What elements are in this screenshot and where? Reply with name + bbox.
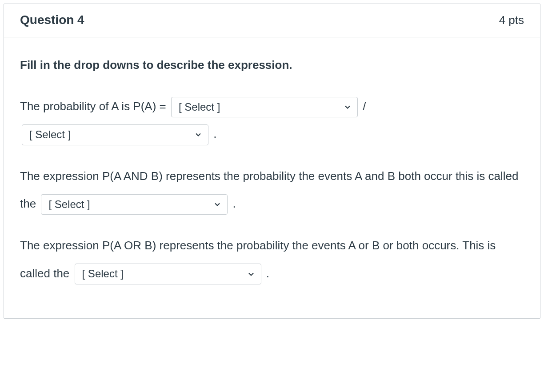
question-card: Question 4 4 pts Fill in the drop downs … xyxy=(4,4,540,319)
chevron-down-icon xyxy=(344,104,351,111)
paragraph-2: The expression P(A AND B) represents the… xyxy=(20,162,524,218)
p1-text-after: . xyxy=(213,127,216,140)
select-numerator[interactable]: [ Select ] xyxy=(171,97,358,118)
p1-text-between: / xyxy=(363,100,366,113)
select-and-term-label: [ Select ] xyxy=(48,198,208,211)
select-or-term[interactable]: [ Select ] xyxy=(75,264,261,284)
chevron-down-icon xyxy=(195,131,202,138)
instructions-text: Fill in the drop downs to describe the e… xyxy=(20,58,524,73)
select-and-term[interactable]: [ Select ] xyxy=(41,194,228,215)
question-points: 4 pts xyxy=(499,13,524,27)
question-body: Fill in the drop downs to describe the e… xyxy=(4,37,540,318)
paragraph-3: The expression P(A OR B) represents the … xyxy=(20,232,524,287)
p2-text-after: . xyxy=(233,197,236,210)
select-numerator-label: [ Select ] xyxy=(179,101,339,114)
p3-text-after: . xyxy=(266,267,269,280)
p1-text-before: The probability of A is P(A) = xyxy=(20,100,169,113)
chevron-down-icon xyxy=(214,201,221,208)
question-text: The probability of A is P(A) = [ Select … xyxy=(20,92,524,287)
question-header: Question 4 4 pts xyxy=(4,4,540,37)
select-denominator-label: [ Select ] xyxy=(29,128,189,141)
select-or-term-label: [ Select ] xyxy=(82,268,242,280)
question-title: Question 4 xyxy=(20,13,84,27)
chevron-down-icon xyxy=(248,271,255,278)
paragraph-1: The probability of A is P(A) = [ Select … xyxy=(20,92,524,148)
select-denominator[interactable]: [ Select ] xyxy=(22,124,208,145)
